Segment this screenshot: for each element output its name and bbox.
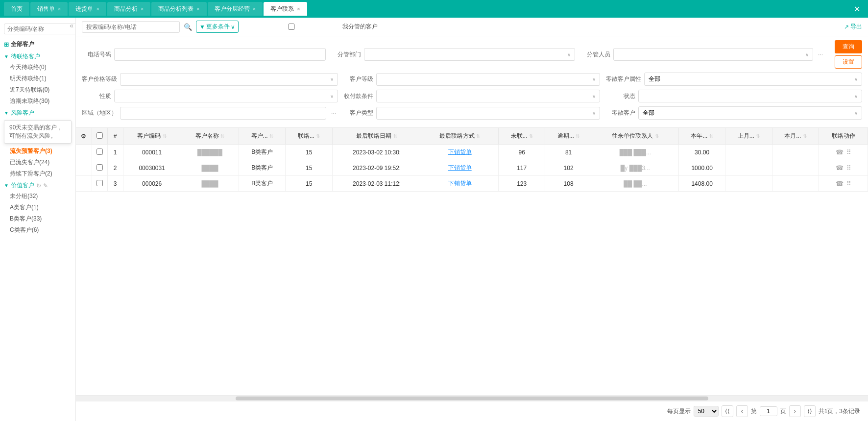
tab-analysis[interactable]: 商品分析 × xyxy=(107,2,150,16)
row3-phone-icon[interactable]: ☎ xyxy=(836,180,844,187)
export-button[interactable]: ↗ 导出 xyxy=(844,23,862,31)
customer-grade-select[interactable]: ∨ xyxy=(376,73,600,86)
row1-phone-icon[interactable]: ☎ xyxy=(836,149,844,156)
row2-last-way[interactable]: 下销货单 xyxy=(421,160,499,176)
payment-select[interactable]: ∨ xyxy=(376,90,600,102)
row2-phone-icon[interactable]: ☎ xyxy=(836,164,844,172)
sidebar-item-unclassified[interactable]: 未分组(32) xyxy=(0,191,75,202)
search-input[interactable] xyxy=(82,21,180,33)
row3-unit-contact: ██ ██... xyxy=(592,176,678,192)
manager-dots-button[interactable]: ··· xyxy=(816,51,825,58)
col-name[interactable]: 客户名称 ⇅ xyxy=(181,128,239,145)
col-last-month[interactable]: 上月... ⇅ xyxy=(725,128,772,145)
retail-attr-select[interactable]: 全部 ∨ xyxy=(644,73,862,86)
sidebar-section-value[interactable]: ▼ 价值客户 ↻ ✎ xyxy=(0,179,75,191)
col-code[interactable]: 客户编码 ⇅ xyxy=(123,128,181,145)
row2-action: ☎ ⠿ xyxy=(819,160,868,176)
col-uncontacted[interactable]: 未联... ⇅ xyxy=(498,128,545,145)
tab-analysis-list-close[interactable]: × xyxy=(196,6,199,12)
sidebar-item-overdue[interactable]: 逾期未联络(30) xyxy=(0,96,75,107)
nature-select[interactable]: ∨ xyxy=(114,90,338,102)
my-customers-checkbox-label[interactable]: 我分管的客户 xyxy=(242,23,378,31)
row1-more-icon[interactable]: ⠿ xyxy=(846,149,851,156)
settings-icon: ⚙ xyxy=(81,133,86,140)
tab-analysis-close[interactable]: × xyxy=(141,6,144,12)
tab-customer-contact-close[interactable]: × xyxy=(297,6,300,12)
row1-last-way[interactable]: 下销货单 xyxy=(421,145,499,160)
col-this-month[interactable]: 本月... ⇅ xyxy=(772,128,819,145)
sidebar-search-input[interactable] xyxy=(4,24,76,34)
tab-home[interactable]: 首页 xyxy=(4,2,29,16)
sidebar-item-tomorrow[interactable]: 明天待联络(1) xyxy=(0,73,75,84)
select-all-checkbox[interactable] xyxy=(96,132,103,139)
status-select[interactable]: ∨ xyxy=(638,90,862,102)
region-input[interactable] xyxy=(120,107,326,120)
sidebar-item-churn-warning[interactable]: 流失预警客户(3) xyxy=(0,146,75,157)
row2-checkbox[interactable] xyxy=(92,160,107,176)
row1-checkbox[interactable] xyxy=(92,145,107,160)
next-page-button[interactable]: › xyxy=(789,405,801,417)
chevron-down-icon-sts: ∨ xyxy=(854,94,858,99)
page-number-input[interactable]: 1 xyxy=(760,406,777,416)
row3-more-icon[interactable]: ⠿ xyxy=(846,180,851,187)
sidebar-item-week[interactable]: 近7天待联络(0) xyxy=(0,84,75,96)
horizontal-scrollbar[interactable] xyxy=(76,395,868,401)
per-page-select[interactable]: 50 20 100 xyxy=(694,406,719,417)
sidebar-item-today[interactable]: 今天待联络(0) xyxy=(0,62,75,73)
scroll-thumb[interactable] xyxy=(236,396,708,400)
sidebar-item-b-class[interactable]: B类客户(33) xyxy=(0,213,75,224)
col-type[interactable]: 客户... ⇅ xyxy=(239,128,286,145)
my-customers-checkbox[interactable] xyxy=(242,24,340,30)
col-checkbox[interactable] xyxy=(92,128,107,145)
prev-page-button[interactable]: ‹ xyxy=(736,405,748,417)
sort-icon-code: ⇅ xyxy=(163,133,167,139)
sidebar-item-churned[interactable]: 已流失客户(24) xyxy=(0,157,75,168)
price-grade-select[interactable]: ∨ xyxy=(120,73,338,86)
retail-customer-select[interactable]: 全部 ∨ xyxy=(638,106,862,120)
phone-input[interactable] xyxy=(114,48,326,61)
window-close-button[interactable]: ✕ xyxy=(850,2,864,16)
manager-select[interactable]: ∨ xyxy=(613,48,813,61)
row3-checkbox[interactable] xyxy=(92,176,107,192)
query-button[interactable]: 查询 xyxy=(835,40,862,53)
sidebar-item-a-class[interactable]: A类客户(1) xyxy=(0,202,75,213)
tab-sales-close[interactable]: × xyxy=(58,6,61,12)
region-dots-button[interactable]: ··· xyxy=(329,110,338,117)
sidebar-all-customers[interactable]: ⊞ 全部客户 xyxy=(0,38,75,50)
export-icon: ↗ xyxy=(844,24,849,30)
col-unit-contact[interactable]: 往来单位联系人 ⇅ xyxy=(592,128,678,145)
tab-purchase-close[interactable]: × xyxy=(96,6,99,12)
customer-type-select[interactable]: ∨ xyxy=(376,107,600,120)
sidebar: 🔍 « ⊞ 全部客户 ▼ 待联络客户 今天待联络(0) 明天待联络(1) 近7天… xyxy=(0,18,76,421)
row3-last-way[interactable]: 下销货单 xyxy=(421,176,499,192)
sidebar-collapse-button[interactable]: « xyxy=(70,22,73,29)
col-overdue[interactable]: 逾期... ⇅ xyxy=(545,128,592,145)
col-last-date[interactable]: 最后联络日期 ⇅ xyxy=(332,128,421,145)
tab-purchase[interactable]: 进货单 × xyxy=(69,2,106,16)
tab-customer-contact[interactable]: 客户联系 × xyxy=(264,2,307,16)
col-this-year[interactable]: 本年... ⇅ xyxy=(678,128,725,145)
col-contact[interactable]: 联络... ⇅ xyxy=(286,128,332,145)
col-settings[interactable]: ⚙ xyxy=(76,128,92,145)
tab-customer-tier[interactable]: 客户分层经营 × xyxy=(208,2,263,16)
sidebar-section-pending[interactable]: ▼ 待联络客户 xyxy=(0,50,75,62)
sidebar-item-declining[interactable]: 持续下滑客户(2) xyxy=(0,168,75,179)
row2-more-icon[interactable]: ⠿ xyxy=(846,164,851,172)
sidebar-section-risk[interactable]: ▼ 风险客户 xyxy=(0,107,75,118)
edit-icon[interactable]: ✎ xyxy=(43,182,48,189)
dept-select[interactable]: ∨ xyxy=(364,48,576,61)
sort-icon-unit: ⇅ xyxy=(655,133,659,139)
first-page-button[interactable]: ⟨⟨ xyxy=(722,405,733,417)
last-page-button[interactable]: ⟩⟩ xyxy=(804,405,816,417)
sidebar-item-c-class[interactable]: C类客户(6) xyxy=(0,224,75,236)
more-conditions-button[interactable]: ▼ 更多条件 ∨ xyxy=(196,21,239,33)
tab-sales[interactable]: 销售单 × xyxy=(30,2,68,16)
tab-analysis-list[interactable]: 商品分析列表 × xyxy=(151,2,206,16)
chevron-down-icon-pay: ∨ xyxy=(592,94,596,99)
tab-customer-tier-close[interactable]: × xyxy=(253,6,256,12)
settings-button[interactable]: 设置 xyxy=(835,55,862,69)
filter-search-icon[interactable]: 🔍 xyxy=(184,23,192,31)
sort-icon-year: ⇅ xyxy=(709,133,713,139)
refresh-icon[interactable]: ↻ xyxy=(36,182,41,189)
col-last-way[interactable]: 最后联络方式 ⇅ xyxy=(421,128,499,145)
